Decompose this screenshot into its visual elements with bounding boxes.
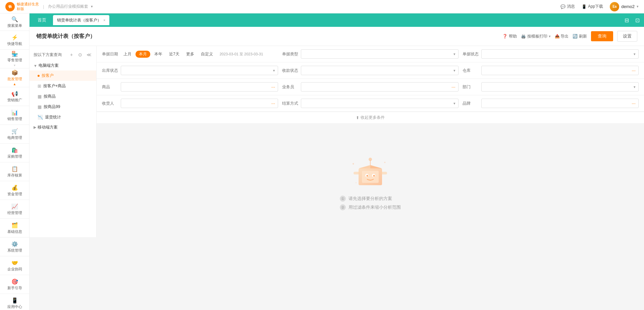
- sidebar-item-retail[interactable]: 🏪 零售管理 ▾: [0, 50, 29, 68]
- staff-dots[interactable]: ···: [451, 84, 455, 90]
- message-action[interactable]: 💬 消息: [560, 4, 575, 9]
- staff-label: 业务员: [282, 84, 298, 90]
- sidebar-item-enterprise[interactable]: 🤝 企业协同: [0, 256, 29, 275]
- svg-rect-8: [354, 172, 360, 174]
- app-name: 畅捷通好生意 标版: [17, 2, 39, 11]
- query-button[interactable]: 查询: [591, 31, 613, 41]
- collapse-btn[interactable]: ⬆ 收起更多条件: [97, 112, 644, 123]
- dept-filter: 部门 ▾: [463, 82, 639, 92]
- dept-label: 部门: [463, 84, 479, 90]
- tab-close-btn[interactable]: ×: [103, 18, 105, 22]
- filter-row-4: 收货人 ··· 结算方式 ▾: [97, 95, 644, 112]
- goods-dots[interactable]: ···: [271, 84, 275, 90]
- dept-select[interactable]: ▾: [481, 82, 639, 92]
- svg-rect-1: [362, 171, 379, 183]
- sidebar-item-wholesale[interactable]: 📦 批发管理 ▲: [0, 68, 29, 87]
- app-logo: 畅: [5, 2, 15, 11]
- app-download-action[interactable]: 📱 App下载: [582, 4, 603, 9]
- page-header: 销货单统计表（按客户） ❓ 帮助 🖨️ 按模板打印 ▾ 📤 导出: [30, 27, 644, 46]
- nav-item-by-goods[interactable]: ▦ 按商品: [30, 91, 96, 102]
- tab-active[interactable]: 销货单统计表（按客户） ×: [53, 15, 109, 25]
- user-avatar: Ea: [610, 2, 619, 11]
- left-nav-add-btn[interactable]: +: [68, 51, 75, 58]
- quick-nav-icon: ⚡: [11, 34, 18, 41]
- status-label: 单据状态: [463, 51, 479, 57]
- apps-icon: 📱: [11, 297, 18, 304]
- sidebar-item-system[interactable]: ⚙️ 系统管理: [0, 238, 29, 256]
- out-filter: 出库状态 ▾: [102, 66, 278, 75]
- active-dot: [38, 75, 40, 77]
- sidebar-item-marketing[interactable]: 📢 营销推广: [0, 87, 29, 106]
- receiver-dots[interactable]: ···: [271, 101, 275, 106]
- payment-select[interactable]: ▾: [301, 99, 458, 108]
- nav-group-desktop-header[interactable]: ▼ 电脑端方案: [30, 61, 96, 70]
- tab-maximize-btn[interactable]: ⊡: [633, 16, 641, 24]
- help-btn[interactable]: ❓ 帮助: [502, 34, 517, 39]
- industry-label: 办公用品行业模拟账套: [48, 4, 88, 9]
- brand-dots[interactable]: ···: [632, 101, 636, 106]
- refresh-btn[interactable]: 🔄 刷新: [573, 34, 587, 39]
- date-btn-lastmonth[interactable]: 上月: [121, 51, 134, 58]
- filter-panel: 单据日期 上月 本月 本年 近7天 更多 自定义 2023-03-01 至 20…: [97, 46, 644, 123]
- goods-filter: 商品 ···: [102, 82, 278, 92]
- type-select[interactable]: ▾: [301, 49, 458, 59]
- sidebar-item-apps[interactable]: 📱 应用中心: [0, 294, 29, 310]
- sidebar-item-search[interactable]: 🔍 搜索菜单: [0, 13, 29, 31]
- brand-label: 品牌: [463, 101, 479, 106]
- export-btn[interactable]: 📤 导出: [555, 34, 569, 39]
- date-buttons: 上月 本月 本年 近7天 更多 自定义: [121, 51, 216, 58]
- nav-item-by-goods99[interactable]: ▦ 按商品99: [30, 102, 96, 112]
- logo-area: 畅 畅捷通好生意 标版: [5, 2, 39, 11]
- sidebar-item-sales[interactable]: 📊 销售管理: [0, 106, 29, 125]
- date-btn-more[interactable]: 更多: [183, 51, 197, 58]
- retail-arrow: ▾: [14, 63, 15, 67]
- empty-tips: ① 请先选择要分析的方案 ② 用过滤条件来缩小分析范围: [340, 196, 401, 210]
- warehouse-input[interactable]: ···: [481, 66, 639, 75]
- customer-goods-icon: ⊞: [38, 84, 41, 89]
- nav-group-mobile-header[interactable]: ▶ 移动端方案: [30, 122, 96, 132]
- goods-icon: ▦: [38, 94, 42, 99]
- goods-input[interactable]: ···: [121, 82, 278, 92]
- marketing-icon: 📢: [11, 91, 18, 97]
- status-select[interactable]: ▾: [481, 49, 639, 59]
- warehouse-label: 仓库: [463, 68, 479, 73]
- nav-item-customer-goods[interactable]: ⊞ 按客户+商品: [30, 81, 96, 91]
- sidebar-item-inventory[interactable]: 📋 库存核算: [0, 162, 29, 181]
- staff-input[interactable]: ···: [301, 82, 458, 92]
- left-nav-collapse-btn[interactable]: ≪: [86, 51, 92, 58]
- user-area[interactable]: Ea demo2 ▾: [610, 2, 639, 11]
- date-btn-7days[interactable]: 近7天: [166, 51, 182, 58]
- template-print-btn[interactable]: 🖨️ 按模板打印 ▾: [521, 34, 551, 39]
- receiver-input[interactable]: ···: [121, 99, 278, 108]
- sidebar-item-purchase[interactable]: 🛍️ 采购管理: [0, 144, 29, 162]
- collapse-icon: ⬆: [356, 115, 359, 120]
- date-btn-thisyear[interactable]: 本年: [152, 51, 165, 58]
- svg-text:✦: ✦: [384, 161, 386, 164]
- date-btn-custom[interactable]: 自定义: [198, 51, 216, 58]
- receipt-select[interactable]: ▾: [301, 66, 458, 75]
- out-label: 出库状态: [102, 68, 118, 73]
- nav-item-by-customer[interactable]: 按客户: [30, 70, 96, 81]
- empty-state: ✦ ✦ ✦ ① 请先选择要分析的方案 ② 用过滤条件来缩小分析范围: [97, 123, 644, 237]
- brand-input[interactable]: ···: [481, 99, 639, 108]
- tab-home[interactable]: 首页: [32, 15, 52, 25]
- sidebar-item-newbie[interactable]: 🎯 新手引导: [0, 275, 29, 294]
- setting-button[interactable]: 设置: [617, 31, 637, 42]
- dropdown-icon[interactable]: ▾: [91, 4, 93, 9]
- sidebar-item-ecommerce[interactable]: 🛒 电商管理: [0, 125, 29, 144]
- sidebar-item-operations[interactable]: 📈 经营管理: [0, 200, 29, 219]
- username-label: demo2: [621, 4, 635, 9]
- nav-group-mobile-expand-icon: ▶: [34, 125, 36, 130]
- out-select[interactable]: ▾: [121, 66, 278, 75]
- newbie-icon: 🎯: [11, 278, 18, 285]
- sidebar-item-basic[interactable]: 🗂️ 基础信息: [0, 219, 29, 238]
- nav-item-return-stats[interactable]: 📉 退货统计: [30, 112, 96, 122]
- purchase-icon: 🛍️: [11, 147, 18, 153]
- system-icon: ⚙️: [11, 241, 18, 247]
- warehouse-dots[interactable]: ···: [632, 68, 636, 73]
- left-nav-settings-btn[interactable]: ⊙: [77, 51, 84, 58]
- sidebar-item-quick-nav[interactable]: ⚡ 快捷导航: [0, 31, 29, 50]
- date-btn-thismonth[interactable]: 本月: [136, 51, 150, 58]
- sidebar-item-finance[interactable]: 💰 资金管理: [0, 181, 29, 200]
- tab-minimize-btn[interactable]: ⊟: [623, 16, 631, 24]
